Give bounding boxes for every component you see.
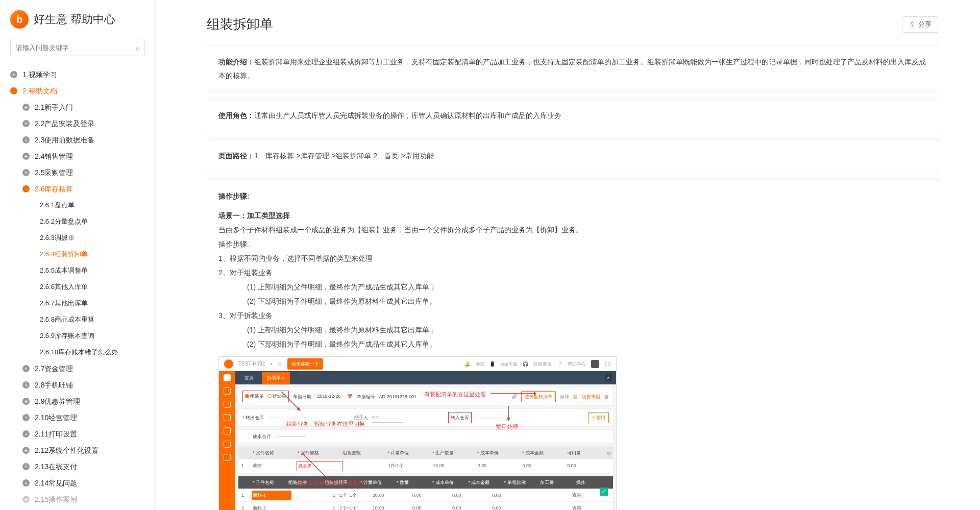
nav-2-6-9[interactable]: 2.6.9库存账本查询 [10,328,145,344]
step-2: 2、对于组装业务 [218,265,927,280]
avatar-icon [591,360,599,368]
intro-text: 组装拆卸单用来处理企业组装或拆卸等加工业务，支持有固定装配清单的产品加工业务，也… [218,58,926,80]
plus-icon: + [22,169,30,176]
rail-icon [224,427,231,434]
ss-user: TEST-H002 [238,359,265,369]
nav-2-14[interactable]: +2.14常见问题 [10,475,145,491]
rail-icon [224,441,231,448]
rail-icon [224,387,231,395]
ss-radio-group: 组装单 拆卸单 [242,391,289,402]
brand-text: 好生意 帮助中心 [34,12,115,27]
ss-logo-icon [224,359,233,369]
embedded-screenshot: TEST-H002 ▾ ⚙ 快来体验一下 🔔消息 📱App下载 🎧在线客服 ❔帮… [218,356,617,510]
nav-2-7[interactable]: +2.7资金管理 [10,360,145,377]
ss-in-warehouse: 转入仓库 [448,412,472,423]
step-2a: (1) 上部明细为父件明细，最终作为产成品生成其它入库单； [218,280,927,294]
sidebar: b 好生意 帮助中心 ⌕ +1.视频学习 −2.帮助文档 +2.1新手入门 +2… [0,0,156,510]
chevron-down-icon: ▾ [270,359,273,369]
step-3a: (1) 上部明细为父件明细，最终作为原材料生成其它出库单； [218,323,927,337]
nav-2-6-8[interactable]: 2.6.8商品成本重算 [10,311,145,328]
plus-icon: + [22,398,30,405]
nav-2-2[interactable]: +2.2产品安装及登录 [10,115,145,132]
step-3: 3、对于拆装业务 [218,308,927,323]
main-content: 组装拆卸单 ⇪ 分享 功能介绍：组装拆卸单用来处理企业组装或拆卸等加工业务，支持… [156,0,980,510]
nav-2-10[interactable]: +2.10经营管理 [10,409,145,426]
ss-fee-button: + 费用 [589,412,609,423]
nav-docs[interactable]: −2.帮助文档 [10,83,145,99]
phone-icon: 📱 [489,359,495,369]
intro-card: 功能介绍：组装拆卸单用来处理企业组装或拆卸等加工业务，支持有固定装配清单的产品加… [207,45,939,92]
step-1: 1、根据不同的业务，选择不同单据的类型来处理 [218,251,927,265]
share-button[interactable]: ⇪ 分享 [902,16,939,33]
nav-2-12[interactable]: +2.12系统个性化设置 [10,442,145,458]
ss-left-rail [219,371,235,510]
headset-icon: 🎧 [523,359,528,369]
steps-card: 操作步骤: 场景一：加工类型选择 当由多个子件材料组装成一个成品的业务为【组装】… [207,179,939,510]
role-label: 使用角色： [218,111,254,119]
nav-2-9[interactable]: +2.9优惠券管理 [10,393,145,409]
ss-pick-bom: 选择配料清单 [521,391,556,402]
plus-icon: + [22,496,30,503]
nav-2-6-7[interactable]: 2.6.7其他出库单 [10,295,145,311]
plus-icon: + [22,447,30,454]
ss-content: 首页 拆装单 × × 组装单 拆卸单 单据日期 2019-12-26 📅 [235,371,616,510]
search-input[interactable] [10,39,145,56]
nav-2-13[interactable]: +2.13在线支付 [10,458,145,475]
nav-2-4[interactable]: +2.4销售管理 [10,148,145,164]
nav-2-8[interactable]: +2.8手机旺铺 [10,377,145,393]
share-icon: ⇪ [910,20,915,28]
steps-title: 操作步骤: [218,189,927,203]
plus-icon: + [10,71,17,78]
search-icon[interactable]: ⌕ [136,43,140,52]
minus-icon: − [22,185,30,192]
nav-2-6-5[interactable]: 2.6.5成本调整单 [10,262,145,279]
plus-icon: + [22,120,30,127]
nav-2-15[interactable]: +2.15操作案例 [10,491,145,507]
page-title: 组装拆卸单 [207,15,273,33]
nav-2-11[interactable]: +2.11打印设置 [10,426,145,442]
search-box: ⌕ [10,39,145,56]
path-card: 页面路径：1、库存核算->库存管理->组装拆卸单 2、首页->常用功能 [207,139,939,173]
brand-row: b 好生意 帮助中心 [10,10,145,29]
path-text: 1、库存核算->库存管理->组装拆卸单 2、首页->常用功能 [254,152,434,160]
nav-video[interactable]: +1.视频学习 [10,66,145,83]
help-icon: ❔ [557,359,562,369]
nav-2-6-1[interactable]: 2.6.1盘点单 [10,197,145,213]
nav-2-3[interactable]: +2.3使用前数据准备 [10,132,145,148]
nav-2-6-3[interactable]: 2.6.3调拨单 [10,230,145,246]
nav-2-5[interactable]: +2.5采购管理 [10,164,145,181]
home-icon [224,374,231,381]
rail-icon [224,414,231,421]
scene1-desc: 当由多个子件材料组装成一个成品的业务为【组装】业务，当由一个父件拆分成多个子产品… [218,223,927,237]
nav-2-6-6[interactable]: 2.6.6其他入库单 [10,279,145,295]
ss-topbar: TEST-H002 ▾ ⚙ 快来体验一下 🔔消息 📱App下载 🎧在线客服 ❔帮… [219,357,616,371]
close-icon: × [605,374,612,381]
nav-2-1[interactable]: +2.1新手入门 [10,99,145,115]
list-icon: ▤ [573,392,578,401]
nav-2-6-2[interactable]: 2.6.2分量盘点单 [10,213,145,230]
brand-logo: b [10,10,29,29]
plus-icon: + [22,365,30,372]
nav-2-6-4[interactable]: 2.6.4组装拆卸单 [10,246,145,262]
nav-2-6-10[interactable]: 2.6.10库存账本错了怎么办 [10,344,145,360]
minus-icon: − [10,87,17,94]
plus-icon: + [22,153,30,160]
role-card: 使用角色：通常由生产人员或库管人员完成拆装业务的操作，库管人员确认原材料的出库和… [207,99,939,132]
plus-icon: + [22,136,30,143]
plus-icon: + [22,479,30,487]
plus-icon: + [22,381,30,388]
plus-icon: + [22,104,30,111]
plus-icon: + [22,414,30,421]
ss-tab-home: 首页 [239,372,259,384]
step-2b: (2) 下部明细为子件明细，最终作为原材料生成其它出库单。 [218,294,927,308]
path-label: 页面路径： [218,152,254,160]
ss-child-table: * 子件名称组装比例组装损耗率* 计量单位* 数量* 成本单价* 成本金额* 单… [238,476,614,510]
ss-parent-table: * 父件名称* 父件规格组装套数* 计量单位* 生产数量* 成本单价* 成本金额… [238,446,614,473]
step-3b: (2) 下部明细为子件明细，最终作为产成品生成其它入库单。 [218,337,927,351]
gear-icon: ⚙ [278,359,282,369]
gear-icon: ⚙ [607,449,611,458]
plus-icon: + [22,430,30,438]
nav-2-6[interactable]: −2.6库存核算 [10,181,145,197]
rail-icon [224,454,231,461]
rail-icon [224,401,231,408]
